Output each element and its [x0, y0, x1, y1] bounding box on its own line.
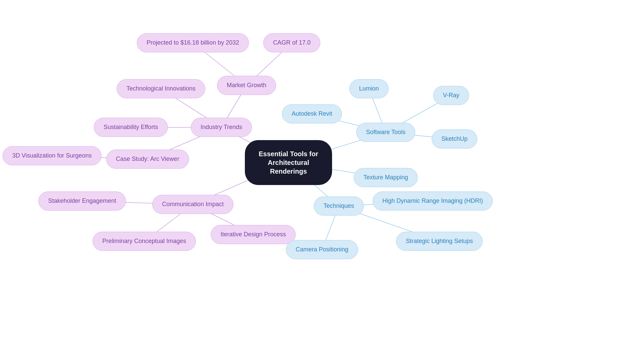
node-center[interactable]: Essential Tools for Architectural Render… — [245, 140, 332, 185]
node-cagr[interactable]: CAGR of 17.0 — [263, 33, 320, 52]
node-strategic_lighting[interactable]: Strategic Lighting Setups — [396, 232, 483, 251]
node-texture_mapping[interactable]: Texture Mapping — [354, 168, 418, 187]
node-sketchup[interactable]: SketchUp — [432, 129, 477, 148]
node-iterative[interactable]: Iterative Design Process — [211, 225, 296, 244]
node-camera_positioning[interactable]: Camera Positioning — [286, 240, 358, 259]
node-case_study[interactable]: Case Study: Arc Viewer — [106, 149, 189, 169]
node-market_growth[interactable]: Market Growth — [217, 76, 276, 95]
node-hdri[interactable]: High Dynamic Range Imaging (HDRI) — [373, 191, 493, 210]
node-preliminary[interactable]: Preliminary Conceptual Images — [93, 232, 196, 251]
node-stakeholder[interactable]: Stakeholder Engagement — [38, 191, 126, 210]
node-tech_innovations[interactable]: Technological Innovations — [117, 79, 205, 98]
node-lumion[interactable]: Lumion — [349, 79, 388, 98]
node-techniques[interactable]: Techniques — [314, 196, 364, 216]
node-viz_surgeons[interactable]: 3D Visualization for Surgeons — [3, 146, 102, 165]
node-industry_trends[interactable]: Industry Trends — [191, 118, 252, 137]
node-sustainability[interactable]: Sustainability Efforts — [94, 118, 168, 137]
node-software_tools[interactable]: Software Tools — [356, 123, 415, 142]
node-vray[interactable]: V-Ray — [433, 86, 469, 105]
node-projected[interactable]: Projected to $16.18 billion by 2032 — [137, 33, 249, 52]
node-autodesk[interactable]: Autodesk Revit — [282, 104, 342, 123]
node-communication[interactable]: Communication Impact — [152, 195, 233, 214]
mindmap-canvas: Essential Tools for Architectural Render… — [0, 0, 644, 363]
